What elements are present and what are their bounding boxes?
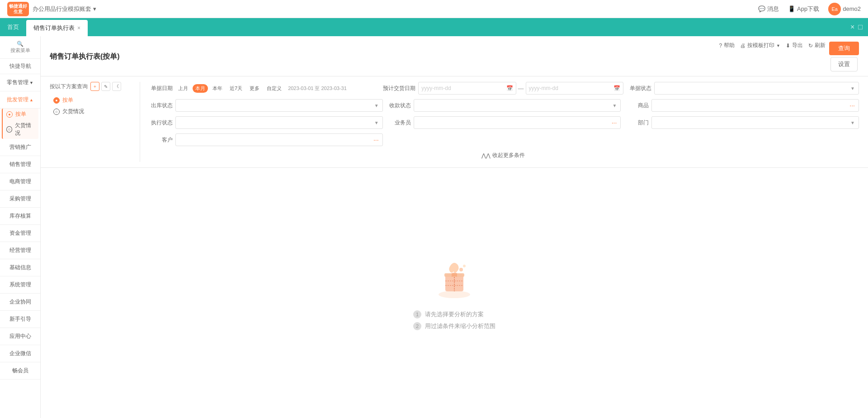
search-icon: 🔍: [17, 41, 24, 47]
customer-more-icon[interactable]: ···: [373, 136, 379, 143]
sidebar-item-purchase[interactable]: 采购管理: [0, 190, 40, 208]
exec-status-select[interactable]: ▼: [175, 116, 383, 129]
window-restore-icon[interactable]: □: [858, 23, 863, 31]
out-status-label: 出库状态: [147, 102, 173, 109]
sidebar-item-marketing[interactable]: 营销推广: [0, 139, 40, 156]
filter-option-按单[interactable]: ● 按单: [50, 95, 134, 106]
message-icon: 💬: [758, 5, 765, 12]
settings-button[interactable]: 设置: [830, 57, 858, 71]
sidebar-item-basic[interactable]: 基础信息: [0, 259, 40, 276]
sidebar-sub-按单[interactable]: ● 按单: [3, 109, 38, 120]
collect-status-select[interactable]: ▼: [414, 99, 621, 112]
filter-option-欠货[interactable]: ○ 欠货情况: [50, 106, 134, 117]
print-btn[interactable]: 🖨 按模板打印 ▼: [740, 42, 780, 49]
sidebar-search-label: 搜索菜单: [4, 47, 37, 54]
sidebar-item-newbie[interactable]: 新手引导: [0, 311, 40, 328]
collapse-panel-btn[interactable]: 《: [112, 82, 121, 91]
sidebar-item-apps[interactable]: 应用中心: [0, 328, 40, 345]
dept-label: 部门: [623, 119, 649, 127]
sub-欠货-icon: ○: [6, 126, 12, 133]
sidebar-quick-nav[interactable]: 快捷导航: [0, 59, 40, 74]
refresh-label: 刷新: [815, 42, 826, 49]
empty-illustration: [432, 256, 477, 301]
export-btn[interactable]: ⬇ 导出: [786, 42, 803, 49]
exec-status-arrow: ▼: [374, 120, 379, 125]
user-profile[interactable]: Ea demo2: [828, 3, 861, 15]
sidebar-item-retail[interactable]: 零售管理 ▼: [0, 74, 40, 91]
sidebar-label-newbie: 新手引导: [9, 316, 31, 322]
option-欠货-label: 欠货情况: [62, 108, 84, 115]
add-scheme-btn[interactable]: +: [90, 82, 99, 91]
export-label: 导出: [792, 42, 803, 49]
svg-point-0: [439, 291, 470, 298]
sidebar-label-inventory: 库存核算: [9, 213, 31, 219]
sidebar-item-sales[interactable]: 销售管理: [0, 156, 40, 173]
sidebar-item-operation[interactable]: 经营管理: [0, 242, 40, 259]
date-separator: —: [518, 85, 524, 92]
this-month-btn[interactable]: 本月: [193, 84, 208, 93]
sidebar-search[interactable]: 🔍 搜索菜单: [0, 36, 40, 59]
collapse-btn[interactable]: ⋀⋀ 收起更多条件: [147, 149, 859, 162]
help-btn[interactable]: ? 帮助: [719, 42, 735, 49]
sidebar-label-system: 系统管理: [9, 281, 31, 288]
option-按单-label: 按单: [62, 96, 73, 104]
sidebar-item-wholesale[interactable]: 批发管理 ▲: [0, 91, 40, 109]
page-title: 销售订单执行表(按单): [50, 52, 120, 62]
tab-active-label: 销售订单执行表: [33, 24, 75, 32]
edit-scheme-btn[interactable]: ✎: [101, 82, 110, 91]
last7-btn[interactable]: 近7天: [227, 84, 245, 93]
option-按单-radio: ●: [53, 97, 60, 104]
goods-more-icon[interactable]: ···: [849, 102, 855, 109]
dept-select[interactable]: ▼: [651, 116, 859, 129]
sidebar-label-basic: 基础信息: [9, 264, 31, 271]
customer-input[interactable]: ···: [175, 133, 383, 146]
collapse-label: 收起更多条件: [492, 152, 525, 159]
sidebar-label-enterprise: 企业协同: [9, 299, 31, 305]
start-cal-icon: 📅: [506, 85, 513, 91]
sidebar-item-inventory[interactable]: 库存核算: [0, 208, 40, 225]
order-status-select[interactable]: ▼: [654, 82, 859, 95]
sidebar-label-ecommerce: 电商管理: [9, 178, 31, 185]
tab-active[interactable]: 销售订单执行表 ×: [26, 20, 88, 36]
salesman-input[interactable]: ···: [414, 116, 621, 129]
tab-home-label: 首页: [7, 23, 19, 31]
tab-home[interactable]: 首页: [0, 18, 26, 36]
sidebar-sub-欠货[interactable]: ○ 欠货情况: [3, 120, 38, 139]
sidebar-item-enterprise[interactable]: 企业协同: [0, 294, 40, 311]
tab-close-icon[interactable]: ×: [77, 25, 80, 31]
print-icon: 🖨: [740, 43, 745, 49]
sidebar-label-member: 畅会员: [12, 367, 28, 374]
sidebar-item-member[interactable]: 畅会员: [0, 362, 40, 380]
sidebar-item-wechat[interactable]: 企业微信: [0, 345, 40, 362]
this-year-btn[interactable]: 本年: [210, 84, 225, 93]
sidebar-label-sales: 销售管理: [9, 161, 31, 167]
empty-tips: 1 请先选择要分析的方案 2 用过滤条件来缩小分析范围: [413, 310, 495, 330]
query-button[interactable]: 查询: [829, 42, 859, 55]
svg-point-6: [459, 268, 463, 271]
tab-nav: 首页 销售订单执行表 × × □: [0, 18, 868, 36]
more-date-btn[interactable]: 更多: [247, 84, 262, 93]
expected-date-start[interactable]: yyyy-mm-dd 📅: [418, 82, 516, 95]
out-status-select[interactable]: ▼: [175, 99, 383, 112]
order-status-label: 单据状态: [626, 85, 651, 92]
expected-date-end[interactable]: yyyy-mm-dd 📅: [526, 82, 623, 95]
custom-date-btn[interactable]: 自定义: [264, 84, 284, 93]
sidebar-item-system[interactable]: 系统管理: [0, 276, 40, 294]
sidebar-label-wechat: 企业微信: [9, 350, 31, 356]
sub-欠货-label: 欠货情况: [15, 122, 35, 137]
sidebar-item-ecommerce[interactable]: 电商管理: [0, 173, 40, 190]
sidebar-label-purchase: 采购管理: [9, 195, 31, 202]
goods-input[interactable]: ···: [651, 99, 859, 112]
refresh-btn[interactable]: ↻ 刷新: [808, 42, 826, 49]
last-month-btn[interactable]: 上月: [175, 84, 191, 93]
biz-selector[interactable]: 办公用品行业模拟账套 ▾: [33, 5, 96, 13]
window-close-icon[interactable]: ×: [850, 23, 854, 31]
sidebar-label-wholesale: 批发管理: [7, 96, 28, 104]
sidebar-item-finance[interactable]: 资金管理: [0, 225, 40, 242]
message-btn[interactable]: 💬 消息: [758, 5, 779, 13]
app-download-btn[interactable]: 📱 App下载: [788, 5, 819, 13]
sidebar-label-marketing: 营销推广: [9, 144, 31, 150]
collapse-icon: 《: [114, 83, 119, 90]
salesman-more-icon[interactable]: ···: [612, 119, 617, 126]
collapse-up-icon: ⋀⋀: [481, 152, 491, 159]
